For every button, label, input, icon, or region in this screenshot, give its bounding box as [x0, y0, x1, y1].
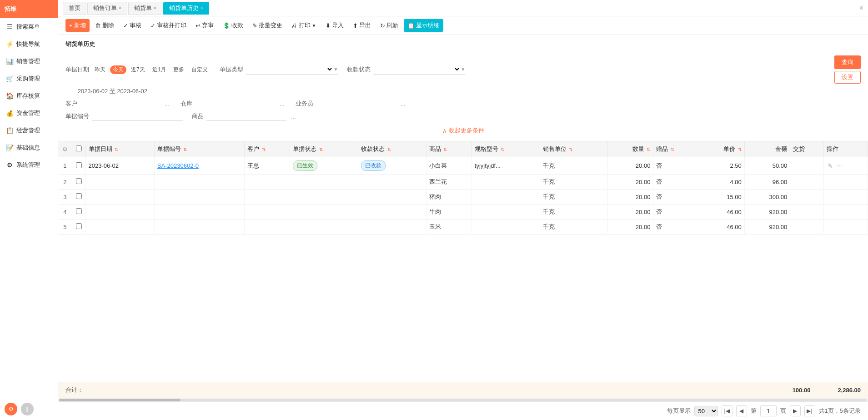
- collect-button[interactable]: 💲 收款: [219, 19, 247, 32]
- audit-print-button[interactable]: ✓ 审核并打印: [147, 19, 190, 32]
- sidebar-item-basic-info[interactable]: 📝 基础信息: [0, 139, 58, 156]
- row-spec: [472, 175, 540, 190]
- page-size-select[interactable]: 50 100 200: [694, 406, 718, 416]
- tab-sales-order[interactable]: 销售订单 ×: [87, 2, 127, 15]
- set-button[interactable]: 设置: [834, 71, 861, 84]
- doc-no-input[interactable]: [92, 112, 183, 121]
- sidebar-item-search-menu[interactable]: ☰ 搜索菜单: [0, 18, 58, 35]
- th-doc-no-sort[interactable]: ⇅: [183, 147, 187, 152]
- row-checkbox[interactable]: [76, 178, 82, 184]
- row-checkbox[interactable]: [76, 223, 82, 229]
- sidebar-item-finance[interactable]: 💰 资金管理: [0, 105, 58, 122]
- sidebar-item-sales-mgmt[interactable]: 📊 销售管理: [0, 53, 58, 70]
- sidebar-item-operations[interactable]: 📋 经营管理: [0, 122, 58, 139]
- goods-input[interactable]: [206, 112, 286, 121]
- page-number-input[interactable]: [760, 405, 777, 416]
- abandon-button[interactable]: ↩ 弃审: [192, 19, 217, 32]
- edit-icon[interactable]: ✎: [828, 162, 833, 170]
- th-gift-sort[interactable]: ⇅: [671, 147, 674, 152]
- tab-sales-goods[interactable]: 销货单 ×: [128, 2, 162, 15]
- batch-change-button[interactable]: ✎ 批量变更: [249, 19, 286, 32]
- row-checkbox[interactable]: [76, 162, 82, 168]
- th-doc-date-sort[interactable]: ⇅: [115, 147, 118, 152]
- abandon-icon: ↩: [196, 22, 201, 29]
- sidebar-settings-btn[interactable]: ⚙: [5, 403, 17, 415]
- delete-button[interactable]: 🗑 删除: [91, 19, 118, 32]
- row-checkbox-cell: [72, 175, 85, 190]
- row-goods: 牛肉: [426, 205, 472, 220]
- next-page-btn[interactable]: ▶: [790, 405, 801, 416]
- scrollbar-thumb[interactable]: [59, 399, 181, 401]
- new-button[interactable]: + 新增: [65, 19, 90, 32]
- sidebar-item-inventory[interactable]: 🏠 库存核算: [0, 87, 58, 105]
- table-settings-icon[interactable]: ⚙: [62, 146, 68, 153]
- customer-input[interactable]: [80, 99, 160, 108]
- th-quantity-sort[interactable]: ⇅: [647, 147, 650, 152]
- th-goods-sort[interactable]: ⇅: [443, 147, 447, 152]
- horizontal-scrollbar[interactable]: [58, 398, 868, 401]
- th-doc-status-sort[interactable]: ⇅: [319, 147, 323, 152]
- shortcut-yesterday[interactable]: 昨天: [92, 65, 108, 74]
- shortcut-7days[interactable]: 近7天: [128, 65, 148, 74]
- window-close-btn[interactable]: ×: [859, 4, 863, 12]
- shortcut-custom[interactable]: 自定义: [189, 65, 211, 74]
- th-spec-sort[interactable]: ⇅: [501, 147, 504, 152]
- th-doc-no: 单据编号 ⇅: [154, 141, 244, 157]
- row-unit-price: 46.00: [699, 220, 744, 235]
- sidebar-item-purchase-mgmt[interactable]: 🛒 采购管理: [0, 70, 58, 87]
- select-all-checkbox[interactable]: [76, 145, 82, 151]
- salesperson-input[interactable]: [316, 99, 396, 108]
- shortcut-1month[interactable]: 近1月: [150, 65, 169, 74]
- th-unit-price-sort[interactable]: ⇅: [738, 147, 742, 152]
- goods-dots[interactable]: ...: [289, 113, 298, 120]
- last-page-btn[interactable]: ▶|: [804, 405, 815, 416]
- sidebar-collapse-btn[interactable]: ‖: [21, 403, 34, 415]
- sidebar-item-quick-nav[interactable]: ⚡ 快捷导航: [0, 35, 58, 53]
- import-button[interactable]: ⬇ 导入: [322, 19, 347, 32]
- row-goods: 玉米: [426, 220, 472, 235]
- tab-sales-order-close[interactable]: ×: [119, 5, 121, 10]
- th-collect-status-sort[interactable]: ⇅: [387, 147, 391, 152]
- sidebar-item-system-mgmt[interactable]: ⚙ 系统管理: [0, 156, 58, 174]
- audit-icon: ✓: [123, 22, 128, 29]
- refresh-icon: ↻: [380, 22, 385, 29]
- print-button[interactable]: 🖨 打印 ▼: [288, 19, 320, 32]
- salesperson-dots[interactable]: ...: [399, 100, 407, 107]
- footer-label: 合计：: [65, 386, 83, 394]
- print-dropdown-icon: ▼: [312, 23, 316, 28]
- tab-history-close[interactable]: ×: [201, 5, 203, 10]
- audit-button[interactable]: ✓ 审核: [120, 19, 145, 32]
- collect-status-dropdown-icon: ▼: [461, 67, 465, 72]
- th-unit-sort[interactable]: ⇅: [569, 147, 572, 152]
- refresh-button[interactable]: ↻ 刷新: [376, 19, 402, 32]
- tab-home[interactable]: 首页: [63, 2, 86, 15]
- row-unit-price: 2.50: [699, 157, 744, 175]
- export-button[interactable]: ⬆ 导出: [349, 19, 375, 32]
- query-button[interactable]: 查询: [834, 55, 861, 69]
- row-checkbox[interactable]: [76, 208, 82, 214]
- shortcut-more[interactable]: 更多: [171, 65, 187, 74]
- footer-total-amount: 2,286.00: [838, 387, 861, 394]
- date-range-display: 2023-06-02 至 2023-06-02: [65, 87, 861, 95]
- basic-info-icon: 📝: [5, 144, 14, 151]
- warehouse-input[interactable]: [195, 99, 275, 108]
- filter-row-1: 单据日期 昨天 今天 近7天 近1月 更多 自定义 单据类型 ▼: [65, 55, 861, 84]
- shortcut-today[interactable]: 今天: [110, 65, 126, 74]
- collapse-button[interactable]: ∧ 收起更多条件: [65, 125, 861, 136]
- row-checkbox[interactable]: [76, 193, 82, 199]
- warehouse-dots[interactable]: ...: [278, 100, 286, 107]
- tab-history[interactable]: 销货单历史 ×: [163, 2, 209, 15]
- th-customer-sort[interactable]: ⇅: [262, 147, 266, 152]
- tab-sales-goods-close[interactable]: ×: [154, 5, 156, 10]
- show-detail-button[interactable]: 📋 显示明细: [404, 19, 443, 32]
- row-operation: [824, 190, 868, 205]
- doc-no-link[interactable]: SA-20230602-0: [157, 162, 199, 169]
- th-spec-label: 规格型号: [475, 145, 498, 152]
- prev-page-btn[interactable]: ◀: [736, 405, 747, 416]
- more-icon[interactable]: ⋯: [837, 162, 843, 170]
- doc-type-select[interactable]: [246, 65, 333, 74]
- customer-dots[interactable]: ...: [163, 100, 171, 107]
- collect-status-select[interactable]: [373, 65, 461, 74]
- print-label: 打印: [299, 21, 311, 30]
- first-page-btn[interactable]: |◀: [722, 405, 733, 416]
